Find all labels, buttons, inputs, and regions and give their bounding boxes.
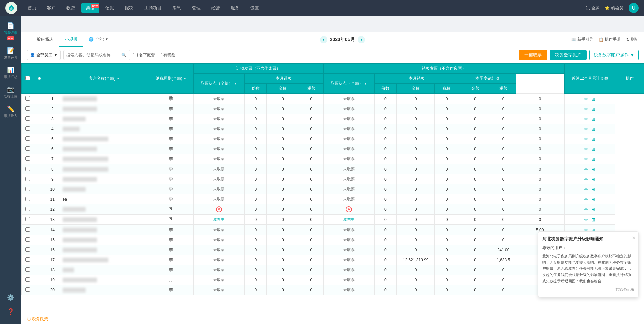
edit-button[interactable]: ✏ bbox=[584, 116, 588, 122]
sidebar-item-scan-upload[interactable]: 📷 扫描上传 bbox=[0, 82, 21, 102]
edit-button[interactable]: ✏ bbox=[584, 96, 588, 102]
row-customer-name[interactable]: ████████████ bbox=[60, 245, 149, 255]
row-customer-name[interactable]: ████████████ bbox=[60, 94, 149, 104]
edit-button[interactable]: ✏ bbox=[584, 106, 588, 112]
nav-service[interactable]: 服务 bbox=[226, 3, 244, 13]
row-checkbox[interactable] bbox=[25, 277, 30, 282]
row-checkbox[interactable] bbox=[25, 96, 30, 101]
copy-button[interactable]: ⊞ bbox=[591, 146, 595, 152]
row-customer-name[interactable]: ████ bbox=[60, 265, 149, 275]
copy-button[interactable]: ⊞ bbox=[591, 187, 595, 192]
row-checkbox[interactable] bbox=[25, 146, 30, 151]
edit-button[interactable]: ✏ bbox=[584, 146, 588, 152]
nav-billing[interactable]: 收费 bbox=[62, 3, 80, 13]
nav-settings[interactable]: 设置 bbox=[246, 3, 264, 13]
row-customer-name[interactable]: ████████ bbox=[60, 114, 149, 124]
nav-message[interactable]: 消息 bbox=[168, 3, 186, 13]
search-input[interactable] bbox=[66, 53, 120, 57]
row-customer-name[interactable]: ████████████████ bbox=[60, 164, 149, 174]
notification-close-button[interactable]: ✕ bbox=[632, 234, 636, 242]
edit-button[interactable]: ✏ bbox=[584, 187, 588, 192]
filter-icon[interactable]: ▼ bbox=[116, 77, 120, 80]
copy-button[interactable]: ⊞ bbox=[591, 136, 595, 142]
edit-button[interactable]: ✏ bbox=[584, 197, 588, 202]
one-click-get-button[interactable]: 一键取票 bbox=[519, 50, 547, 60]
row-checkbox[interactable] bbox=[25, 197, 30, 201]
employee-select[interactable]: 👤 全部员工 ▼ bbox=[27, 50, 61, 60]
select-all-checkbox[interactable] bbox=[25, 76, 30, 80]
new-guide-button[interactable]: 📖 新手引导 bbox=[571, 37, 593, 42]
search-icon[interactable]: 🔍 bbox=[121, 53, 126, 57]
row-customer-name[interactable]: ████████████████ bbox=[60, 154, 149, 164]
edit-button[interactable]: ✏ bbox=[584, 136, 588, 142]
copy-button[interactable]: ⊞ bbox=[591, 116, 595, 122]
copy-button[interactable]: ⊞ bbox=[591, 126, 595, 132]
sidebar-item-invoice-issue[interactable]: 📝 发票开具 bbox=[0, 44, 21, 63]
sub-account-checkbox[interactable] bbox=[133, 53, 138, 57]
row-checkbox[interactable] bbox=[25, 167, 30, 171]
row-checkbox[interactable] bbox=[25, 116, 30, 121]
month-next-button[interactable]: › bbox=[358, 36, 365, 43]
tab-all[interactable]: 🌐 全能 ▼ bbox=[83, 32, 114, 47]
manual-button[interactable]: 📋 操作手册 bbox=[599, 37, 621, 42]
copy-button[interactable]: ⊞ bbox=[591, 96, 595, 102]
row-checkbox[interactable] bbox=[25, 156, 30, 161]
user-avatar[interactable]: U bbox=[629, 3, 639, 13]
settings-icon[interactable]: ⚙ bbox=[38, 76, 41, 81]
nav-bookkeeping[interactable]: 记账 bbox=[101, 3, 119, 13]
tab-small-scale[interactable]: 小规模 bbox=[59, 32, 83, 47]
filter-out-status[interactable]: ▼ bbox=[364, 82, 367, 85]
sidebar-item-ticket-entry[interactable]: ✏️ 票据录入 bbox=[0, 102, 21, 121]
copy-button[interactable]: ⊞ bbox=[591, 167, 595, 172]
member-button[interactable]: ⭐ 畅会员 bbox=[605, 5, 623, 11]
row-customer-name[interactable]: ████████████ bbox=[60, 225, 149, 235]
row-checkbox[interactable] bbox=[25, 177, 30, 181]
row-customer-name[interactable]: ea bbox=[60, 194, 149, 204]
row-checkbox[interactable] bbox=[25, 187, 30, 191]
row-customer-name[interactable]: ████████ bbox=[60, 184, 149, 194]
filter-in-status[interactable]: ▼ bbox=[234, 82, 237, 85]
fullscreen-button[interactable]: ⛶ 全屏 bbox=[586, 5, 599, 11]
edit-button[interactable]: ✏ bbox=[584, 217, 588, 222]
sidebar-item-smart-ticket[interactable]: 📄 智能取票 new bbox=[0, 19, 21, 44]
row-checkbox[interactable] bbox=[25, 126, 30, 131]
tab-general-taxpayer[interactable]: 一般纳税人 bbox=[27, 32, 59, 47]
filter-icon-period[interactable]: ▼ bbox=[183, 77, 187, 80]
sidebar-item-settings[interactable]: ⚙️ bbox=[6, 290, 16, 305]
row-checkbox[interactable] bbox=[25, 237, 30, 242]
month-prev-button[interactable]: ‹ bbox=[320, 36, 327, 43]
row-checkbox[interactable] bbox=[25, 136, 30, 141]
row-customer-name[interactable]: ████████████ bbox=[60, 275, 149, 285]
row-checkbox[interactable] bbox=[25, 257, 30, 262]
row-checkbox[interactable] bbox=[25, 267, 30, 272]
nav-client[interactable]: 客户 bbox=[42, 3, 60, 13]
nav-manage[interactable]: 管理 bbox=[187, 3, 205, 13]
nav-home[interactable]: 首页 bbox=[23, 3, 41, 13]
copy-button[interactable]: ⊞ bbox=[591, 197, 595, 202]
row-customer-name[interactable]: ████████ bbox=[60, 204, 149, 215]
nav-business[interactable]: 工商项目 bbox=[140, 3, 166, 13]
row-checkbox[interactable] bbox=[25, 217, 30, 221]
row-customer-name[interactable]: ████████████ bbox=[60, 174, 149, 184]
copy-button[interactable]: ⊞ bbox=[591, 177, 595, 182]
edit-button[interactable]: ✏ bbox=[584, 177, 588, 182]
row-customer-name[interactable]: ████████████ bbox=[60, 104, 149, 114]
nav-operation[interactable]: 经营 bbox=[207, 3, 225, 13]
row-customer-name[interactable]: ████████████ bbox=[60, 235, 149, 245]
row-customer-name[interactable]: ████████████████ bbox=[60, 134, 149, 144]
digital-account-button[interactable]: 税务数字账户 bbox=[550, 50, 587, 60]
digital-account-op-button[interactable]: 税务数字账户操作 ▼ bbox=[589, 50, 639, 60]
row-customer-name[interactable]: ████████████████ bbox=[60, 255, 149, 265]
edit-button[interactable]: ✏ bbox=[584, 207, 588, 212]
row-checkbox[interactable] bbox=[25, 227, 30, 232]
row-customer-name[interactable]: ████████ bbox=[60, 285, 149, 295]
edit-button[interactable]: ✏ bbox=[584, 167, 588, 172]
copy-button[interactable]: ⊞ bbox=[591, 156, 595, 162]
row-checkbox[interactable] bbox=[25, 287, 30, 292]
copy-button[interactable]: ⊞ bbox=[591, 106, 595, 112]
sidebar-item-invoice-summary[interactable]: 📊 票据汇总 bbox=[0, 63, 21, 82]
checkbox-tax-disk[interactable]: 有税盘 bbox=[158, 52, 175, 58]
refresh-button[interactable]: ↻ 刷新 bbox=[626, 37, 639, 42]
copy-button[interactable]: ⊞ bbox=[591, 217, 595, 222]
checkbox-sub-account[interactable]: 名下账套 bbox=[133, 52, 155, 58]
